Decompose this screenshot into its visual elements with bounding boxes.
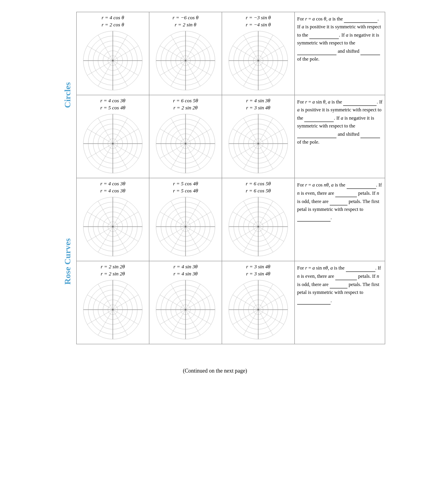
cell-label-r0-c2: r = −3 sin θ: [224, 15, 292, 21]
info-cell-r1: For r = a sin θ, a is the . If a is posi…: [295, 95, 385, 178]
graph-cell-r3-c0: r = 2 sin 2θr = 2 sin 2θ: [77, 261, 149, 344]
cell-label-r3-c1: r = 4 sin 3θ: [152, 271, 219, 277]
graph-cell-r1-c0: r = 4 cos 3θr = 5 cos 4θ: [77, 95, 149, 178]
info-cell-r0: For r = a cos θ, a is the . If a is posi…: [295, 12, 385, 95]
graph-cell-r3-c1: r = 4 sin 3θr = 4 sin 3θ: [149, 261, 222, 344]
cell-label-r0-c1: r = 2 sin θ: [152, 22, 219, 28]
info-cell-r2: For r = a cos nθ, a is the . If n is eve…: [295, 178, 385, 261]
graph-cell-r0-c1: r = −6 cos θr = 2 sin θ: [149, 12, 222, 95]
graph-cell-r2-c1: r = 5 cos 4θr = 5 cos 4θ: [149, 178, 222, 261]
cell-label-r3-c0: r = 2 sin 2θ: [79, 264, 147, 270]
cell-label-r1-c0: r = 5 cos 4θ: [79, 105, 147, 111]
graph-cell-r3-c2: r = 3 sin 4θr = 3 sin 4θ: [222, 261, 295, 344]
cell-label-r2-c1: r = 5 cos 4θ: [152, 188, 219, 194]
svg-point-59: [112, 143, 114, 144]
cell-label-r2-c2: r = 6 cos 5θ: [224, 188, 292, 194]
cell-label-r2-c1: r = 5 cos 4θ: [152, 181, 219, 187]
graph-cell-r2-c2: r = 6 cos 5θr = 6 cos 5θ: [222, 178, 295, 261]
graph-cell-r0-c2: r = −3 sin θr = −4 sin θ: [222, 12, 295, 95]
svg-point-14: [112, 60, 114, 61]
cell-label-r0-c0: r = 4 cos θ: [79, 15, 147, 21]
continued-text: (Continued on the next page): [183, 368, 247, 374]
cell-label-r0-c0: r = 2 cos θ: [79, 22, 147, 28]
cell-label-r1-c2: r = 3 sin 4θ: [224, 105, 292, 111]
cell-label-r3-c2: r = 3 sin 4θ: [224, 264, 292, 270]
svg-point-104: [112, 226, 114, 227]
cell-label-r1-c1: r = 2 sin 2θ: [152, 105, 219, 111]
main-table-wrapper: Circles Rose Curves r = 4 cos θr = 2 cos…: [61, 12, 385, 344]
svg-point-119: [185, 226, 186, 227]
circles-label: Circles: [61, 12, 75, 178]
page-wrapper: Circles Rose Curves r = 4 cos θr = 2 cos…: [8, 12, 422, 374]
side-labels: Circles Rose Curves: [61, 12, 75, 344]
main-table: r = 4 cos θr = 2 cos θr = −6 cos θr = 2 …: [76, 12, 385, 344]
cell-label-r2-c0: r = 4 cos 3θ: [79, 181, 147, 187]
rose-curves-label: Rose Curves: [61, 178, 75, 345]
info-cell-r3: For r = a sin nθ, a is the . If n is eve…: [295, 261, 385, 344]
cell-label-r2-c0: r = 4 cos 3θ: [79, 188, 147, 194]
svg-point-29: [185, 60, 186, 61]
graph-cell-r0-c0: r = 4 cos θr = 2 cos θ: [77, 12, 149, 95]
svg-point-149: [112, 309, 114, 310]
cell-label-r1-c0: r = 4 cos 3θ: [79, 98, 147, 104]
graph-cell-r1-c1: r = 6 cos 5θr = 2 sin 2θ: [149, 95, 222, 178]
cell-label-r0-c1: r = −6 cos θ: [152, 15, 219, 21]
svg-point-164: [185, 309, 186, 310]
svg-point-89: [257, 143, 259, 144]
svg-point-74: [185, 143, 186, 144]
cell-label-r3-c0: r = 2 sin 2θ: [79, 271, 147, 277]
cell-label-r2-c2: r = 6 cos 5θ: [224, 181, 292, 187]
cell-label-r1-c2: r = 4 sin 3θ: [224, 98, 292, 104]
cell-label-r3-c1: r = 4 sin 3θ: [152, 264, 219, 270]
svg-point-179: [257, 309, 259, 310]
cell-label-r1-c1: r = 6 cos 5θ: [152, 98, 219, 104]
cell-label-r0-c2: r = −4 sin θ: [224, 22, 292, 28]
graph-cell-r1-c2: r = 4 sin 3θr = 3 sin 4θ: [222, 95, 295, 178]
graph-cell-r2-c0: r = 4 cos 3θr = 4 cos 3θ: [77, 178, 149, 261]
cell-label-r3-c2: r = 3 sin 4θ: [224, 271, 292, 277]
svg-point-134: [257, 226, 259, 227]
svg-point-44: [257, 60, 259, 61]
